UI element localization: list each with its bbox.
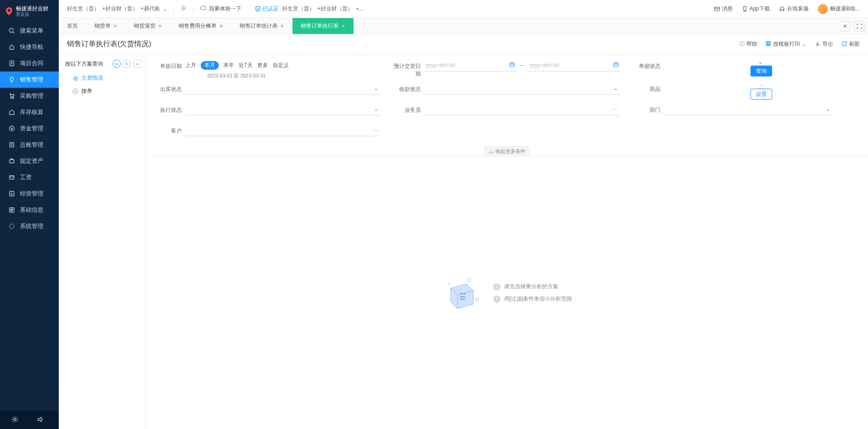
sound-icon[interactable]	[37, 416, 44, 424]
chip-this-year[interactable]: 本年	[223, 62, 234, 69]
sidebar-item-quicknav[interactable]: 快捷导航	[0, 39, 59, 55]
chevron-down-icon: ⌄	[826, 106, 830, 112]
date-from-input[interactable]: yyyy-mm-dd	[425, 59, 516, 72]
filter-product-row: 商品 ··· 设置	[629, 82, 859, 100]
help-link[interactable]: ⓘ帮助	[739, 40, 757, 48]
message-icon	[714, 6, 720, 12]
topbar: 好生意（普） +好业财（普） +易代账 ⌄ 我要体验一下 已认证 好生意（普） …	[59, 0, 868, 18]
sidebar-item-info[interactable]: 基础信息	[0, 202, 59, 218]
dept-select[interactable]: ⌄	[664, 103, 832, 115]
tab-sales-order[interactable]: 销货单✕	[86, 18, 126, 34]
chip-last-month[interactable]: 上月	[185, 62, 196, 69]
export-link[interactable]: 导出	[815, 40, 833, 48]
sidebar-item-asset[interactable]: 固定资产	[0, 153, 59, 169]
tab-sales-return[interactable]: 销货退货✕	[126, 18, 170, 34]
brand-name: 畅捷通好业财	[16, 6, 48, 12]
filter-receipt-status: 收款状态 ⌄	[389, 82, 619, 100]
sidebar-item-search[interactable]: 搜索菜单	[0, 23, 59, 39]
product-combo-2[interactable]: 好生意（普） +好业财（普） +...	[282, 5, 363, 13]
user-menu[interactable]: 畅捷通B组...	[818, 4, 860, 14]
svg-rect-26	[460, 299, 465, 300]
sidebar-item-ledger[interactable]: 总账管理	[0, 137, 59, 153]
divider	[193, 5, 193, 13]
customer-service-link[interactable]: 在线客服	[779, 5, 809, 13]
sidebar-item-salary[interactable]: 工资	[0, 169, 59, 186]
filter-salesman: 业务员 ···	[389, 103, 619, 121]
out-status-select[interactable]: ⌄	[185, 82, 380, 95]
close-icon[interactable]: ✕	[341, 24, 345, 29]
collapse-conditions-button[interactable]: ︽ 收起更多条件	[484, 146, 529, 156]
sidebar-item-fund[interactable]: 资金管理	[0, 120, 59, 137]
sidebar-item-stock[interactable]: 库存核算	[0, 104, 59, 120]
mgmt-icon	[8, 190, 15, 197]
scheme-header: 按以下方案查询 + «	[59, 58, 145, 72]
refresh-icon	[841, 41, 847, 48]
bill-status-select[interactable]: ⌄	[758, 59, 764, 66]
close-all-tabs-button[interactable]: ✕	[840, 21, 850, 31]
body: 按以下方案查询 + « ◎ 欠货情况 按单	[59, 54, 868, 429]
messages-link[interactable]: 消息	[714, 5, 733, 13]
calendar-icon	[613, 62, 619, 69]
svg-point-11	[14, 418, 16, 420]
tab-sales-exec[interactable]: 销售订单执行表✕	[292, 18, 354, 34]
customer-select[interactable]: ···	[185, 124, 380, 136]
date-to-input[interactable]: yyyy-mm-dd	[528, 59, 620, 72]
coin-icon	[8, 125, 15, 132]
chip-last7[interactable]: 近7天	[239, 62, 253, 69]
sidebar-item-sys[interactable]: 系统管理	[0, 218, 59, 234]
refresh-link[interactable]: 刷新	[841, 40, 860, 48]
tab-home[interactable]: 首页	[59, 18, 86, 34]
collapse-panel-button[interactable]: «	[133, 60, 142, 68]
filter-bill-date: 单据日期 上月 本月 本年 近7天 更多 自定义 2023-03-01 至 20…	[150, 59, 380, 79]
add-scheme-button[interactable]: +	[113, 60, 121, 68]
close-icon[interactable]: ✕	[158, 24, 162, 29]
tab-sales-stat[interactable]: 销售订单统计表✕	[231, 18, 292, 34]
sidebar-item-sales[interactable]: 销售管理	[0, 72, 59, 88]
chip-this-month[interactable]: 本月	[201, 61, 219, 70]
main: 好生意（普） +好业财（普） +易代账 ⌄ 我要体验一下 已认证 好生意（普） …	[59, 0, 868, 429]
close-icon[interactable]: ✕	[219, 24, 223, 29]
brand-edition: 普及版	[16, 12, 48, 17]
exec-status-select[interactable]: ⌄	[185, 103, 380, 115]
receipt-status-select[interactable]: ⌄	[425, 82, 619, 95]
gear-icon[interactable]	[11, 416, 19, 424]
close-icon[interactable]: ✕	[280, 24, 284, 29]
svg-rect-25	[460, 296, 465, 297]
sidebar-item-purchase[interactable]: 采购管理	[0, 88, 59, 104]
house-icon	[8, 109, 15, 116]
product-combo[interactable]: 好生意（普） +好业财（普） +易代账 ⌄	[67, 5, 167, 13]
close-icon[interactable]: ✕	[113, 24, 117, 29]
sidebar-item-label: 固定资产	[20, 157, 43, 165]
gear-icon[interactable]	[180, 5, 187, 13]
query-button[interactable]: 查询	[750, 66, 772, 76]
more-icon: ···	[373, 127, 378, 133]
sidebar-item-project[interactable]: 项目合同	[0, 55, 59, 72]
fullscreen-button[interactable]	[854, 21, 864, 31]
sidebar-item-label: 资金管理	[20, 124, 43, 133]
more-icon: ···	[612, 106, 618, 112]
sidebar-item-label: 经营管理	[20, 190, 43, 198]
trial-link[interactable]: 我要体验一下	[200, 5, 241, 13]
chip-custom[interactable]: 自定义	[273, 62, 289, 69]
scheme-item-byorder[interactable]: 按单	[59, 85, 145, 98]
sidebar-item-mgmt[interactable]: 经营管理	[0, 186, 59, 202]
product-select[interactable]: ···	[758, 82, 765, 89]
sidebar-item-label: 项目合同	[20, 59, 43, 67]
home-icon	[8, 43, 15, 51]
book-icon	[8, 141, 15, 148]
sidebar-item-label: 采购管理	[20, 92, 43, 100]
filter-expect-date: 预计交货日期 yyyy-mm-dd — yyyy-mm-dd	[389, 59, 619, 79]
app-download-link[interactable]: App下载	[742, 5, 770, 13]
page-title: 销售订单执行表(欠货情况)	[67, 39, 151, 49]
tab-sales-expense[interactable]: 销售费用分摊单✕	[170, 18, 231, 34]
scheme-item-backorder[interactable]: ◎ 欠货情况	[59, 72, 145, 85]
svg-point-12	[183, 7, 184, 9]
setting-button[interactable]: 设置	[750, 89, 772, 100]
scheme-settings-button[interactable]	[123, 60, 131, 68]
empty-illustration	[442, 275, 482, 311]
chip-more[interactable]: 更多	[257, 62, 268, 69]
print-link[interactable]: 按模板打印⌄	[765, 40, 807, 48]
filter-dept: 部门 ⌄	[629, 103, 859, 121]
salesman-select[interactable]: ···	[425, 103, 619, 115]
chevron-down-icon: ⌄	[163, 6, 167, 12]
